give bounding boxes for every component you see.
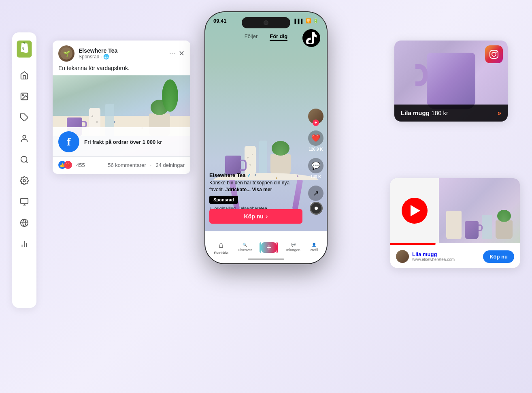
fb-header-actions: ··· ✕ [169, 49, 185, 58]
heart-icon: ❤️ [308, 130, 323, 146]
yt-buy-button[interactable]: Köp nu [483, 250, 514, 263]
fb-engagement-row: 👍 ❤️ 455 56 kommentarer · 24 delningar [53, 156, 190, 174]
tiktok-creator-avatar[interactable] [308, 109, 323, 124]
yt-scene-items [439, 178, 520, 243]
shares-count[interactable]: 24 delningar [155, 162, 185, 168]
ig-cta-bar: Lila mugg 180 kr » [394, 105, 508, 122]
yt-vase [446, 211, 462, 239]
yt-channel-info: Lila mugg www.elsewheretea.com [396, 250, 455, 263]
notch-camera [264, 20, 268, 25]
yt-channel-url: www.elsewheretea.com [412, 257, 455, 262]
youtube-logo [402, 198, 428, 224]
signal-icon: ▌▌▌ [295, 19, 304, 23]
profile-icon: 👤 [312, 243, 316, 247]
fb-ad-image: f Fri frakt på ordrar över 1 000 kr [53, 75, 190, 156]
instagram-ad-card: Lila mugg 180 kr » [394, 41, 508, 122]
ig-product-name: Lila mugg [401, 109, 430, 116]
fb-brand-avatar: 🌱 [58, 45, 74, 62]
svg-point-20 [496, 51, 497, 53]
fb-cta-text: Fri frakt på ordrar över 1 000 kr [84, 139, 162, 145]
shopify-sidebar [12, 32, 36, 308]
fb-profile-info: Elsewhere Tea Sponsrad · 🌐 [79, 47, 165, 60]
yt-thumbnail [439, 178, 520, 243]
status-time: 09.41 [213, 18, 227, 24]
tiktok-phone: 09.41 ▌▌▌ 🛜 🔋 Följer För dig [205, 12, 327, 263]
yt-channel-avatar [396, 250, 409, 263]
sidebar-icon-settings[interactable] [19, 176, 29, 186]
ig-price-value: 180 kr [431, 109, 448, 116]
tiktok-see-more[interactable]: Visa mer [252, 187, 272, 192]
tiktok-username: Elsewhere Tea ✓ [209, 172, 302, 178]
likes-count: 455 [76, 162, 85, 168]
yt-content [390, 178, 520, 243]
tiktok-logo [302, 29, 320, 47]
fb-logo-overlay: f Fri frakt på ordrar över 1 000 kr [53, 127, 190, 156]
tiktok-nav-home[interactable]: ⌂ Startsida [214, 240, 229, 255]
yt-bottom-bar: Lila mugg www.elsewheretea.com Köp nu [390, 245, 520, 268]
svg-point-2 [22, 94, 23, 96]
tiktok-nav-following[interactable]: Följer [245, 33, 258, 41]
sidebar-icon-customers[interactable] [19, 134, 29, 143]
sidebar-icon-content[interactable] [19, 197, 29, 207]
create-icon: + [261, 242, 277, 253]
yt-logo-area [390, 178, 439, 243]
likes-count: 126,9 K [309, 147, 323, 152]
sidebar-icon-online-store[interactable] [19, 218, 29, 228]
phone-frame: 09.41 ▌▌▌ 🛜 🔋 Följer För dig [205, 12, 327, 263]
sidebar-icon-gallery[interactable] [19, 92, 29, 101]
tiktok-nav-inbox[interactable]: 💬 Inkorgen [286, 243, 300, 252]
share-icon: ↗ [308, 186, 323, 201]
tiktok-nav-profile[interactable]: 👤 Profil [310, 243, 318, 252]
yt-channel-details: Lila mugg www.elsewheretea.com [412, 251, 455, 262]
svg-point-7 [23, 179, 26, 182]
tiktok-comment-action[interactable]: 💬 140 K [308, 158, 323, 179]
tiktok-caption-area: Elsewhere Tea ✓ Kanske blir den här teko… [209, 172, 302, 211]
fb-post-text: En tekanna för vardagsbruk. [53, 65, 190, 75]
tiktok-nav-discover[interactable]: 🔍 Discover [238, 243, 252, 252]
ig-product-info: Lila mugg 180 kr [401, 109, 448, 117]
yt-bottle [482, 215, 492, 239]
tiktok-like-action[interactable]: ❤️ 126,9 K [308, 130, 323, 152]
fb-brand-name: Elsewhere Tea [79, 47, 165, 54]
shopify-logo[interactable] [16, 41, 33, 59]
scene-plant-pot [270, 154, 291, 175]
wifi-icon: 🛜 [306, 18, 311, 23]
yt-mug [465, 221, 479, 239]
sidebar-icon-reports[interactable] [19, 239, 29, 249]
youtube-ad-card: Lila mugg www.elsewheretea.com Köp nu [390, 178, 520, 268]
tiktok-caption-text: Kanske blir den här tekoppen din nya fav… [209, 179, 302, 193]
fb-logo: f [58, 131, 79, 152]
instagram-logo [485, 45, 503, 63]
comments-count: 140 K [311, 175, 321, 179]
fb-card-header: 🌱 Elsewhere Tea Sponsrad · 🌐 ··· ✕ [53, 41, 190, 65]
ig-cta-arrows[interactable]: » [498, 109, 501, 117]
svg-rect-8 [21, 199, 28, 204]
heart-reaction: ❤️ [64, 161, 72, 169]
inbox-icon: 💬 [291, 243, 296, 247]
verified-badge: ✓ [247, 173, 251, 178]
svg-rect-18 [490, 50, 498, 58]
tiktok-buy-button[interactable]: Köp nu › [209, 209, 302, 224]
svg-point-5 [21, 156, 27, 162]
tiktok-action-buttons: ❤️ 126,9 K 💬 140 K ↗ 78,9 K [308, 109, 323, 207]
fb-more-button[interactable]: ··· [169, 49, 175, 58]
tiktok-hashtag[interactable]: #drickate... [225, 187, 251, 192]
tiktok-music-disc [310, 202, 323, 215]
sidebar-icon-tags[interactable] [19, 113, 29, 122]
fb-sponsored-label: Sponsrad · 🌐 [79, 54, 165, 60]
sidebar-icon-home[interactable] [19, 70, 29, 80]
battery-icon: 🔋 [313, 18, 319, 23]
yt-channel-name[interactable]: Lila mugg [412, 251, 455, 257]
tiktok-nav-create[interactable]: + [261, 242, 277, 253]
tiktok-nav-foryou[interactable]: För dig [270, 33, 287, 41]
comment-icon: 💬 [308, 158, 323, 173]
sidebar-icon-analytics[interactable] [19, 155, 29, 164]
svg-point-19 [492, 52, 496, 56]
scene-glass-bottle [259, 141, 267, 175]
comments-count[interactable]: 56 kommentarer [108, 162, 146, 168]
home-icon: ⌂ [219, 240, 223, 250]
phone-notch [242, 17, 290, 28]
ig-mug-handle [415, 64, 428, 86]
fb-close-button[interactable]: ✕ [179, 49, 185, 58]
facebook-ad-card: 🌱 Elsewhere Tea Sponsrad · 🌐 ··· ✕ En te… [53, 41, 190, 174]
